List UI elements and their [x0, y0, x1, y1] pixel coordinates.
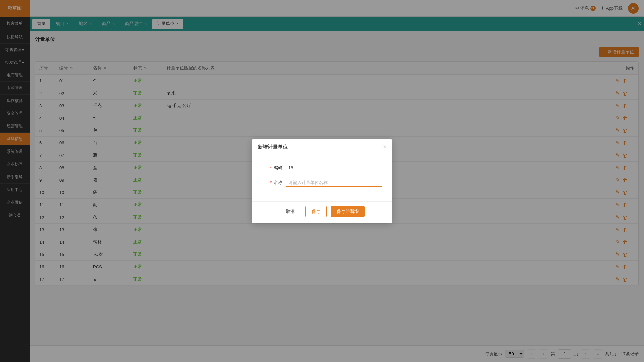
code-label: * 编码 — [262, 165, 282, 171]
code-label-text: 编码 — [274, 165, 282, 170]
modal-header: 新增计量单位 × — [252, 139, 392, 156]
form-row-name: * 名称 — [262, 179, 382, 187]
required-mark-name: * — [270, 180, 272, 185]
required-mark: * — [270, 165, 272, 170]
name-input[interactable] — [286, 179, 382, 187]
form-row-code: * 编码 — [262, 164, 382, 172]
add-unit-modal: 新增计量单位 × * 编码 * 名称 取消 保存 保存并新增 — [252, 139, 392, 223]
cancel-button[interactable]: 取消 — [280, 206, 301, 217]
save-button[interactable]: 保存 — [305, 206, 327, 217]
name-label: * 名称 — [262, 180, 282, 186]
save-and-new-button[interactable]: 保存并新增 — [331, 206, 365, 217]
modal-footer: 取消 保存 保存并新增 — [252, 201, 392, 223]
modal-title: 新增计量单位 — [258, 144, 288, 150]
modal-body: * 编码 * 名称 — [252, 156, 392, 201]
modal-close-button[interactable]: × — [383, 144, 386, 151]
code-input[interactable] — [286, 164, 382, 172]
name-label-text: 名称 — [274, 180, 282, 185]
modal-overlay[interactable]: 新增计量单位 × * 编码 * 名称 取消 保存 保存并新增 — [0, 0, 644, 362]
